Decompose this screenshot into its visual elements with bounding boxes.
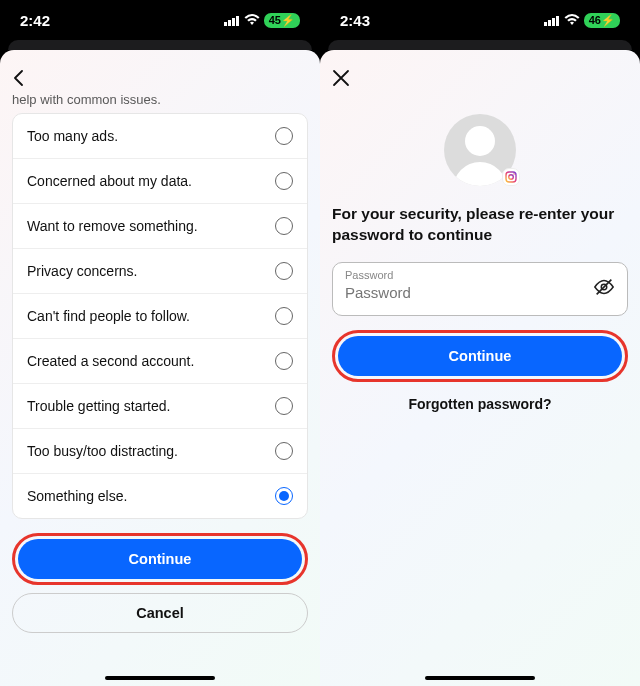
status-time: 2:42 bbox=[20, 12, 50, 29]
reason-option[interactable]: Want to remove something. bbox=[13, 204, 307, 249]
svg-rect-2 bbox=[232, 18, 235, 26]
back-chevron-icon[interactable] bbox=[12, 68, 26, 90]
status-right: 45⚡ bbox=[224, 12, 300, 29]
svg-rect-1 bbox=[228, 20, 231, 26]
sheet-backdrop bbox=[328, 40, 632, 50]
security-heading: For your security, please re-enter your … bbox=[332, 204, 628, 246]
svg-rect-6 bbox=[552, 18, 555, 26]
option-label: Too many ads. bbox=[27, 128, 118, 144]
screenshot-left: 2:42 45⚡ help with common issues. Too ma… bbox=[0, 0, 320, 686]
option-label: Created a second account. bbox=[27, 353, 194, 369]
cellular-icon bbox=[544, 15, 560, 26]
option-label: Too busy/too distracting. bbox=[27, 443, 178, 459]
continue-button[interactable]: Continue bbox=[18, 539, 302, 579]
avatar-wrap bbox=[332, 114, 628, 186]
continue-button[interactable]: Continue bbox=[338, 336, 622, 376]
status-bar: 2:43 46⚡ bbox=[320, 0, 640, 40]
annotation-highlight: Continue bbox=[12, 533, 308, 585]
radio-icon bbox=[275, 352, 293, 370]
reason-option[interactable]: Too busy/too distracting. bbox=[13, 429, 307, 474]
hint-text: help with common issues. bbox=[12, 92, 308, 107]
svg-rect-3 bbox=[236, 16, 239, 26]
password-field[interactable]: Password bbox=[332, 262, 628, 316]
reason-option[interactable]: Trouble getting started. bbox=[13, 384, 307, 429]
svg-rect-4 bbox=[544, 22, 547, 26]
screenshot-right: 2:43 46⚡ bbox=[320, 0, 640, 686]
cellular-icon bbox=[224, 15, 240, 26]
reason-option[interactable]: Privacy concerns. bbox=[13, 249, 307, 294]
radio-icon bbox=[275, 442, 293, 460]
home-indicator bbox=[425, 676, 535, 680]
eye-off-icon[interactable] bbox=[593, 276, 615, 302]
radio-icon bbox=[275, 262, 293, 280]
option-label: Can't find people to follow. bbox=[27, 308, 190, 324]
close-icon[interactable] bbox=[332, 67, 350, 91]
radio-icon bbox=[275, 397, 293, 415]
password-input[interactable] bbox=[345, 284, 583, 301]
option-label: Want to remove something. bbox=[27, 218, 198, 234]
annotation-highlight: Continue bbox=[332, 330, 628, 382]
svg-rect-0 bbox=[224, 22, 227, 26]
reason-options-list: Too many ads. Concerned about my data. W… bbox=[12, 113, 308, 519]
radio-icon bbox=[275, 307, 293, 325]
sheet: help with common issues. Too many ads. C… bbox=[0, 50, 320, 686]
sheet: For your security, please re-enter your … bbox=[320, 50, 640, 686]
option-label: Privacy concerns. bbox=[27, 263, 137, 279]
option-label: Concerned about my data. bbox=[27, 173, 192, 189]
option-label: Trouble getting started. bbox=[27, 398, 170, 414]
reason-option[interactable]: Concerned about my data. bbox=[13, 159, 307, 204]
sheet-backdrop bbox=[8, 40, 312, 50]
wifi-icon bbox=[244, 12, 260, 29]
status-time: 2:43 bbox=[340, 12, 370, 29]
radio-icon bbox=[275, 172, 293, 190]
wifi-icon bbox=[564, 12, 580, 29]
status-bar: 2:42 45⚡ bbox=[0, 0, 320, 40]
svg-rect-7 bbox=[556, 16, 559, 26]
cancel-button[interactable]: Cancel bbox=[12, 593, 308, 633]
svg-point-9 bbox=[509, 175, 514, 180]
svg-point-10 bbox=[513, 173, 515, 175]
reason-option[interactable]: Too many ads. bbox=[13, 114, 307, 159]
battery-badge: 46⚡ bbox=[584, 13, 620, 28]
option-label: Something else. bbox=[27, 488, 127, 504]
svg-rect-5 bbox=[548, 20, 551, 26]
reason-option[interactable]: Can't find people to follow. bbox=[13, 294, 307, 339]
reason-option[interactable]: Something else. bbox=[13, 474, 307, 518]
status-right: 46⚡ bbox=[544, 12, 620, 29]
radio-icon bbox=[275, 217, 293, 235]
radio-icon bbox=[275, 487, 293, 505]
radio-icon bbox=[275, 127, 293, 145]
password-label: Password bbox=[345, 269, 393, 281]
reason-option[interactable]: Created a second account. bbox=[13, 339, 307, 384]
instagram-badge-icon bbox=[502, 168, 520, 186]
battery-badge: 45⚡ bbox=[264, 13, 300, 28]
home-indicator bbox=[105, 676, 215, 680]
forgot-password-link[interactable]: Forgotten password? bbox=[332, 396, 628, 412]
